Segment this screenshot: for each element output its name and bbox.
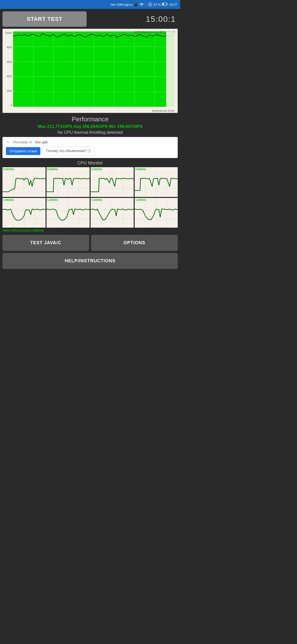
- status-bar: Нет SIM-карты 📱 ↓ N 23 % 18:27: [0, 0, 180, 9]
- cpu-freq-7: 1.54GHz: [135, 198, 146, 201]
- throttling-text: No CPU thermal throttling detected: [2, 130, 178, 135]
- cpu-graph-area-7: [135, 202, 178, 228]
- y-label-0: 0: [11, 104, 12, 107]
- cpu-freq-4: 1.84GHz: [3, 198, 14, 201]
- ad-back-button[interactable]: ←: [6, 140, 10, 145]
- download-icon: ↓: [145, 3, 147, 6]
- google-logo: Google: [35, 140, 48, 144]
- bottom-buttons: TEST JAVA/C OPTIONS: [2, 235, 178, 251]
- cpu-freq-3: 0.55GHz: [135, 168, 146, 171]
- ad-banner-top: ← Реклама от Google: [6, 140, 174, 145]
- performance-stats: Max 211,771GIPS Avg 206,264GIPS Min 196,…: [2, 124, 178, 129]
- ad-why-button[interactable]: Почему это объявление? ⓘ: [42, 147, 95, 156]
- cpu-graph-area-3: [135, 171, 178, 197]
- performance-title: Performance: [2, 116, 178, 123]
- cpu-freq-2: 0.55GHz: [91, 168, 102, 171]
- y-label-80: 80%: [7, 46, 12, 49]
- ad-banner: ← Реклама от Google Отправить отзыв Поче…: [2, 137, 178, 158]
- svg-rect-2: [167, 4, 168, 5]
- y-axis: 100% 80% 60% 40% 20% 0: [3, 32, 13, 107]
- cpu-graph-area-4: [2, 202, 45, 228]
- timer-display: 15:00:1: [146, 14, 176, 24]
- y-label-20: 20%: [7, 90, 12, 92]
- help-instructions-button[interactable]: HELP/INSTRUCTIONS: [2, 253, 178, 269]
- cpu-freq-6: 1.54GHz: [91, 198, 102, 201]
- start-test-button[interactable]: START TEST: [2, 12, 87, 27]
- performance-line-chart: [13, 32, 175, 107]
- battery-icon: [162, 3, 168, 6]
- wifi-icon: [139, 2, 144, 7]
- cpu-graph-area-2: [91, 171, 134, 197]
- battery-percent: 23 %: [153, 3, 161, 6]
- cpu-monitor-title: CPU Monitor: [2, 160, 178, 166]
- sim-text: Нет SIM-карты: [111, 3, 133, 6]
- sim-icon: 📱: [134, 3, 138, 6]
- y-label-100: 100%: [5, 32, 12, 34]
- cpu-freq-0: 0.55GHz: [3, 168, 14, 171]
- y-label-60: 60%: [7, 60, 12, 64]
- test-java-c-button[interactable]: TEST JAVA/C: [2, 235, 89, 251]
- cpu-graph-area-1: [46, 171, 90, 197]
- cpu-graph-area-0: [2, 171, 45, 197]
- cpu-cell-7: 1.54GHz: [135, 198, 178, 228]
- cpu-cell-3: 0.55GHz: [135, 167, 178, 197]
- y-label-40: 40%: [7, 75, 12, 78]
- main-content: START TEST 15:00:1 performance over time…: [0, 9, 180, 274]
- options-button[interactable]: OPTIONS: [91, 235, 178, 251]
- cpu-graph-area-5: [46, 202, 90, 228]
- time-display: 18:27: [169, 3, 177, 6]
- graph-area: [13, 32, 175, 107]
- performance-graph-container: performance over time graph 100% 80% 60%…: [2, 29, 178, 113]
- x-axis-label: time(interval 2min): [152, 109, 175, 112]
- cpu-cell-6: 1.54GHz: [91, 198, 134, 228]
- max-cpu-label: MAX CPU CLOCK:2.86GHz: [2, 228, 178, 232]
- cpu-cell-2: 0.55GHz: [91, 167, 134, 197]
- nfc-icon: N: [148, 3, 152, 6]
- cpu-cell-0: 0.55GHz: [2, 167, 45, 197]
- cpu-freq-1: 0.55GHz: [47, 168, 58, 171]
- cpu-freq-5: 1.84GHz: [47, 198, 58, 201]
- performance-section: Performance Max 211,771GIPS Avg 206,264G…: [2, 116, 178, 135]
- cpu-graph-area-6: [91, 202, 134, 228]
- ad-label: Реклама от: [13, 140, 32, 144]
- cpu-cell-5: 1.84GHz: [46, 198, 90, 228]
- svg-rect-3: [166, 32, 175, 107]
- top-controls: START TEST 15:00:1: [2, 12, 178, 27]
- svg-rect-1: [163, 3, 164, 5]
- cpu-cell-1: 0.55GHz: [46, 167, 90, 197]
- ad-buttons: Отправить отзыв Почему это объявление? ⓘ: [6, 147, 174, 156]
- ad-feedback-button[interactable]: Отправить отзыв: [6, 147, 40, 155]
- cpu-cell-4: 1.84GHz: [2, 198, 45, 228]
- cpu-grid: 0.55GHz 0.55GHz: [2, 167, 178, 228]
- cpu-monitor-section: CPU Monitor 0.55GHz: [2, 160, 178, 232]
